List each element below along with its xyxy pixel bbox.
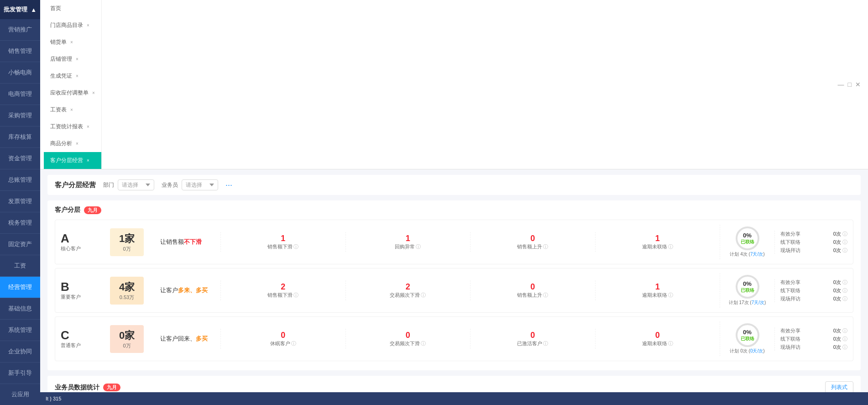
tab-工资表[interactable]: 工资表× [44,101,102,118]
info-icon[interactable]: ⓘ [842,344,847,350]
sidebar-item-资金管理[interactable]: 资金管理 [0,148,40,169]
tier-stat: 0销售额上升 ⓘ [470,280,595,300]
tier-stat-label: 逾期未联络 ⓘ [599,243,716,250]
customer-tier-title-text: 客户分层 [55,206,80,214]
sidebar-toggle-icon[interactable]: ▲ [31,6,37,13]
tier-row-A: A核心客户1家0万让销售额不下滑1销售额下滑 ⓘ1回购异常 ⓘ0销售额上升 ⓘ1… [55,220,853,264]
info-icon[interactable]: ⓘ [842,279,847,285]
tab-list: 首页门店商品目录×销货单×店铺管理×生成凭证×应收应付调整单×工资表×工资统计报… [44,0,102,169]
sidebar-item-基础信息[interactable]: 基础信息 [0,298,40,320]
gauge-sub: 计划 17次 (7天/次) [729,300,766,306]
window-minimize-icon[interactable]: — [838,81,844,88]
info-icon[interactable]: ⓘ [668,243,673,250]
window-close-icon[interactable]: ✕ [855,81,861,88]
sidebar-item-企业协同[interactable]: 企业协同 [0,341,40,363]
tab-close-icon[interactable]: × [87,158,89,163]
more-filter-btn[interactable]: ··· [225,181,232,189]
info-icon[interactable]: ⓘ [293,243,298,250]
tab-close-icon[interactable]: × [70,40,73,45]
sidebar-item-系统管理[interactable]: 系统管理 [0,320,40,341]
tab-bar-actions: — □ ✕ [834,81,864,88]
main-area: 首页门店商品目录×销货单×店铺管理×生成凭证×应收应付调整单×工资表×工资统计报… [40,0,868,405]
info-icon[interactable]: ⓘ [842,296,847,301]
sidebar-item-采购管理[interactable]: 采购管理 [0,105,40,126]
tab-bar: 首页门店商品目录×销货单×店铺管理×生成凭证×应收应付调整单×工资表×工资统计报… [40,0,868,169]
info-icon[interactable]: ⓘ [668,292,673,299]
tab-商品分析[interactable]: 商品分析× [44,135,102,152]
tier-count-box: 1家0万 [97,228,157,256]
info-icon[interactable]: ⓘ [543,292,548,299]
tier-stat-label: 交易频次下滑 ⓘ [350,292,467,299]
sidebar-item-销售管理[interactable]: 销售管理 [0,41,40,62]
tab-店铺管理[interactable]: 店铺管理× [44,51,102,68]
tab-客户分层经营[interactable]: 客户分层经营× [44,152,102,169]
tier-stat-num: 1 [225,234,342,243]
sidebar-item-税务管理[interactable]: 税务管理 [0,212,40,234]
tier-gauge: 0%已联络计划 4次 (7天/次) [720,225,774,259]
tier-stat: 1逾期未联络 ⓘ [595,280,720,300]
info-icon[interactable]: ⓘ [421,292,426,299]
sidebar-item-库存核算[interactable]: 库存核算 [0,126,40,148]
sidebar-header[interactable]: 批发管理 ▲ [0,0,40,19]
info-icon[interactable]: ⓘ [291,340,296,347]
info-icon[interactable]: ⓘ [543,243,548,250]
info-icon[interactable]: ⓘ [842,336,847,342]
list-view-btn[interactable]: 列表式 [825,381,853,392]
info-icon[interactable]: ⓘ [293,292,298,299]
sidebar-item-工资[interactable]: 工资 [0,255,40,277]
info-icon[interactable]: ⓘ [421,340,426,347]
tab-首页[interactable]: 首页 [44,0,102,17]
sidebar-item-小畅电商[interactable]: 小畅电商 [0,62,40,84]
tier-right-stat: 现场拜访0次 ⓘ [780,295,847,302]
info-icon[interactable]: ⓘ [842,231,847,237]
tier-action-highlight: 多来、多买 [178,287,208,294]
info-icon[interactable]: ⓘ [842,239,847,245]
info-icon[interactable]: ⓘ [842,328,847,333]
tier-stat: 1回购异常 ⓘ [345,232,471,252]
info-icon[interactable]: ⓘ [668,340,673,347]
sidebar-item-发票管理[interactable]: 发票管理 [0,191,40,212]
tab-close-icon[interactable]: × [76,74,78,79]
tab-close-icon[interactable]: × [92,90,95,95]
info-icon[interactable]: ⓘ [842,247,847,253]
sidebar-item-电商管理[interactable]: 电商管理 [0,84,40,105]
tab-门店商品目录[interactable]: 门店商品目录× [44,17,102,34]
tier-right-stat-val: 0次 ⓘ [833,327,847,334]
gauge-period[interactable]: 7天/次 [750,252,763,257]
tab-close-icon[interactable]: × [87,23,89,28]
tab-销货单[interactable]: 销货单× [44,34,102,51]
tier-letter: A [61,232,97,244]
info-icon[interactable]: ⓘ [543,340,548,347]
sidebar-item-新手引导[interactable]: 新手引导 [0,363,40,384]
tier-stat-num: 0 [225,331,342,340]
dept-label: 部门 [103,181,114,189]
tier-stat: 2销售额下滑 ⓘ [220,280,345,300]
tab-应收应付调整单[interactable]: 应收应付调整单× [44,84,102,101]
info-icon[interactable]: ⓘ [842,288,847,293]
tier-right-stat-label: 线下联络 [780,287,800,294]
tier-stat: 0交易频次下滑 ⓘ [345,329,471,349]
gauge-period[interactable]: 7天/次 [752,300,764,305]
tier-count: 4家 [119,280,135,294]
tier-rows: A核心客户1家0万让销售额不下滑1销售额下滑 ⓘ1回购异常 ⓘ0销售额上升 ⓘ1… [55,220,853,361]
window-maximize-icon[interactable]: □ [848,81,852,88]
tab-close-icon[interactable]: × [76,57,78,62]
tier-right-stat-label: 线下联络 [780,336,800,342]
gauge-period[interactable]: 0天/次 [750,348,763,353]
tab-close-icon[interactable]: × [87,124,89,129]
sidebar-item-固定资产[interactable]: 固定资产 [0,234,40,255]
sidebar-item-经营管理[interactable]: 经营管理 [0,277,40,298]
sidebar-item-营销推广[interactable]: 营销推广 [0,19,40,41]
gauge-sub: 计划 0次 (0天/次) [730,348,764,354]
tab-close-icon[interactable]: × [70,107,73,112]
tier-stat-num: 1 [350,234,467,243]
tab-close-icon[interactable]: × [76,141,78,146]
tab-生成凭证[interactable]: 生成凭证× [44,68,102,84]
gauge-circle: 0%已联络 [736,275,759,299]
salesperson-select[interactable]: 请选择 [182,179,218,190]
sidebar-item-云应用[interactable]: 云应用 [0,384,40,405]
tab-工资统计报表[interactable]: 工资统计报表× [44,118,102,135]
sidebar-item-总账管理[interactable]: 总账管理 [0,169,40,191]
info-icon[interactable]: ⓘ [416,243,421,250]
dept-select[interactable]: 请选择 [118,179,154,190]
